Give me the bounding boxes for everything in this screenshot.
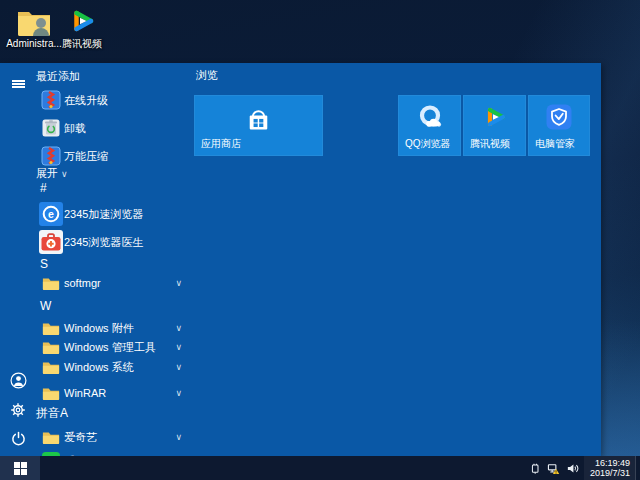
- folder-icon: [38, 321, 64, 336]
- user-folder-icon: [16, 4, 52, 36]
- app-label: 2345浏览器医生: [64, 235, 143, 250]
- settings-button[interactable]: [9, 401, 27, 419]
- windows-logo-icon: [14, 462, 27, 475]
- clock-date: 2019/7/31: [590, 468, 630, 478]
- taskbar: 16:19:49 2019/7/31: [0, 456, 640, 480]
- start-folder-windows-system[interactable]: Windows 系统 ∨: [38, 355, 184, 379]
- user-icon: [10, 372, 27, 389]
- chevron-down-icon[interactable]: ∨: [175, 342, 182, 352]
- tile-label: 电脑管家: [535, 137, 575, 151]
- taskbar-clock[interactable]: 16:19:49 2019/7/31: [584, 456, 635, 480]
- gear-icon: [10, 402, 26, 418]
- start-button[interactable]: [0, 456, 40, 480]
- app-label: WinRAR: [64, 387, 106, 399]
- chevron-down-icon: ∨: [61, 169, 68, 179]
- chevron-down-icon[interactable]: ∨: [175, 323, 182, 333]
- folder-icon: [38, 360, 64, 375]
- app-label: Windows 系统: [64, 360, 134, 375]
- usb-device-icon[interactable]: [527, 460, 543, 476]
- desktop-icon-label: 腾讯视频: [62, 38, 102, 49]
- volume-icon[interactable]: [565, 460, 581, 476]
- section-letter-w[interactable]: W: [40, 299, 51, 313]
- tile-label: 应用商店: [201, 137, 241, 151]
- section-letter-s[interactable]: S: [40, 257, 48, 271]
- system-tray: 16:19:49 2019/7/31: [527, 456, 640, 480]
- start-folder-softmgr[interactable]: softmgr ∨: [38, 271, 184, 295]
- start-folder-iqiyi[interactable]: 爱奇艺 ∨: [38, 425, 184, 449]
- first-aid-icon: [38, 230, 64, 254]
- app-label: 在线升级: [64, 93, 108, 108]
- svg-text:e: e: [48, 208, 54, 220]
- start-app-2345-browser[interactable]: e 2345加速浏览器: [38, 201, 184, 227]
- zip-archiver-icon: [38, 146, 64, 166]
- app-label: Windows 管理工具: [64, 340, 156, 355]
- start-folder-winrar[interactable]: WinRAR ∨: [38, 381, 184, 405]
- expand-label: 展开: [36, 167, 58, 179]
- app-label: softmgr: [64, 277, 101, 289]
- pc-manager-icon: [528, 102, 590, 132]
- tencent-video-icon: [463, 102, 526, 132]
- chevron-down-icon[interactable]: ∨: [175, 388, 182, 398]
- tile-app-store[interactable]: 应用商店: [194, 95, 323, 156]
- app-label: 2345加速浏览器: [64, 207, 143, 222]
- section-letter-pinyin-a[interactable]: 拼音A: [36, 405, 68, 422]
- clock-time: 16:19:49: [595, 458, 630, 468]
- chevron-down-icon[interactable]: ∨: [175, 432, 182, 442]
- tile-label: QQ浏览器: [405, 137, 451, 151]
- section-letter-hash[interactable]: #: [40, 181, 47, 195]
- tile-qq-browser[interactable]: QQ浏览器: [398, 95, 461, 156]
- tile-pc-manager[interactable]: 电脑管家: [528, 95, 590, 156]
- desktop-icon-tencent-video[interactable]: 腾讯视频: [54, 4, 110, 49]
- tencent-video-icon: [67, 4, 97, 36]
- show-desktop-button[interactable]: [635, 456, 640, 480]
- expand-button[interactable]: 展开∨: [36, 166, 68, 181]
- app-label: 万能压缩: [64, 149, 108, 164]
- network-warning-icon[interactable]: [546, 460, 562, 476]
- chevron-down-icon[interactable]: ∨: [175, 278, 182, 288]
- app-label: Windows 附件: [64, 321, 134, 336]
- app-label: 卸载: [64, 121, 86, 136]
- browser-e-icon: e: [38, 202, 64, 226]
- power-icon: [11, 431, 26, 446]
- tile-tencent-video[interactable]: 腾讯视频: [463, 95, 526, 156]
- zip-archiver-icon: [38, 90, 64, 110]
- tile-group-header[interactable]: 浏览: [196, 68, 218, 83]
- power-button[interactable]: [9, 429, 27, 447]
- screen: Administra... 腾讯视频: [0, 0, 640, 480]
- start-app-2345-browser-doctor[interactable]: 2345浏览器医生: [38, 229, 184, 255]
- folder-icon: [38, 276, 64, 291]
- chevron-down-icon[interactable]: ∨: [175, 362, 182, 372]
- app-label: 爱奇艺: [64, 430, 97, 445]
- folder-icon: [38, 430, 64, 445]
- qq-browser-icon: [398, 102, 461, 132]
- folder-icon: [38, 340, 64, 355]
- tile-label: 腾讯视频: [470, 137, 510, 151]
- start-menu: 最近添加 在线升级 卸载: [0, 63, 601, 456]
- menu-hamburger-button[interactable]: [9, 75, 27, 93]
- start-app-online-upgrade[interactable]: 在线升级: [38, 88, 184, 112]
- uninstall-trash-icon: [38, 118, 64, 138]
- start-app-iqiyi-clipped[interactable]: 爱奇艺: [38, 449, 184, 456]
- start-app-uninstall[interactable]: 卸载: [38, 116, 184, 140]
- user-account-button[interactable]: [9, 371, 27, 389]
- start-app-universal-zip[interactable]: 万能压缩: [38, 144, 184, 168]
- recent-added-header: 最近添加: [36, 69, 80, 84]
- ms-store-icon: [194, 107, 323, 134]
- folder-icon: [38, 386, 64, 401]
